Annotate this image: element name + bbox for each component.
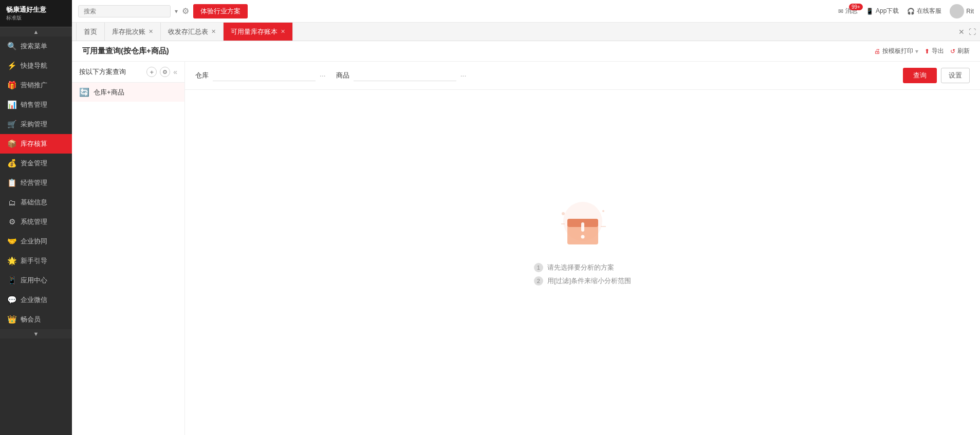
tab-stock-summary-close[interactable]: ✕	[211, 28, 216, 35]
main-area: ▾ ⚙ 体验行业方案 ✉ 消息 99+ 📱 App下载 🎧 在线客服 Rit	[72, 0, 980, 435]
operations-icon: 📋	[7, 178, 16, 187]
marketing-icon: 🎁	[7, 81, 16, 90]
scheme-icon: 🔄	[79, 87, 89, 97]
sidebar-item-wechat[interactable]: 💬 企业微信	[0, 290, 72, 310]
tab-home-label: 首页	[84, 27, 97, 36]
warehouse-filter-dots[interactable]: ···	[320, 71, 326, 80]
sidebar-item-label: 快捷导航	[21, 61, 47, 70]
dropdown-icon[interactable]: ▾	[175, 8, 178, 15]
sidebar-item-inventory[interactable]: 📦 库存核算	[0, 134, 72, 154]
goods-filter-input[interactable]	[354, 70, 456, 81]
sidebar-item-member[interactable]: 👑 畅会员	[0, 310, 72, 329]
svg-rect-3	[581, 222, 584, 232]
sidebar-item-label: 经营管理	[21, 178, 47, 187]
print-label: 按模板打印	[882, 47, 913, 55]
scheme-item-warehouse-goods[interactable]: 🔄 仓库+商品	[72, 83, 184, 102]
page-header: 可用量查询(按仓库+商品) 🖨 按模板打印 ▾ ⬆ 导出 ↺ 刷新	[72, 41, 980, 62]
sidebar-item-finance[interactable]: 💰 资金管理	[0, 154, 72, 173]
sidebar-item-shortcut[interactable]: ⚡ 快捷导航	[0, 56, 72, 75]
sidebar-item-label: 应用中心	[21, 276, 47, 285]
left-panel-header: 按以下方案查询 + ⚙ «	[72, 62, 184, 83]
inventory-icon: 📦	[7, 139, 16, 148]
sidebar-item-label: 销售管理	[21, 100, 47, 109]
user-name: Rit	[966, 8, 974, 15]
message-btn[interactable]: ✉ 消息 99+	[838, 7, 858, 15]
wechat-icon: 💬	[7, 295, 16, 305]
tabs-bar: 首页 库存批次账 ✕ 收发存汇总表 ✕ 可用量库存账本 ✕ ✕ ⛶	[72, 23, 980, 41]
sidebar-scroll-down[interactable]: ▼	[0, 329, 72, 338]
filter-actions: 查询 设置	[903, 68, 970, 83]
hint-item-1: 1 请先选择要分析的方案	[534, 263, 631, 272]
tab-stock-summary-label: 收发存汇总表	[168, 27, 208, 36]
basic-icon: 🗂	[7, 198, 16, 207]
app-download-label: App下载	[876, 7, 899, 15]
newbie-icon: 🌟	[7, 256, 16, 266]
user-avatar-btn[interactable]: Rit	[950, 4, 974, 18]
sidebar-item-appstore[interactable]: 📱 应用中心	[0, 271, 72, 290]
export-btn[interactable]: ⬆ 导出	[924, 47, 944, 55]
sidebar-item-search[interactable]: 🔍 搜索菜单	[0, 36, 72, 56]
purchase-icon: 🛒	[7, 120, 16, 129]
sidebar-item-purchase[interactable]: 🛒 采购管理	[0, 115, 72, 134]
sidebar-item-basic[interactable]: 🗂 基础信息	[0, 193, 72, 212]
finance-icon: 💰	[7, 159, 16, 168]
collapse-panel-icon[interactable]: «	[173, 68, 177, 76]
empty-state: 1 请先选择要分析的方案 2 用[过滤]条件来缩小分析范围	[185, 90, 980, 435]
add-scheme-btn[interactable]: +	[146, 67, 157, 77]
sidebar-item-operations[interactable]: 📋 经营管理	[0, 173, 72, 193]
message-badge: 99+	[849, 4, 863, 10]
system-icon: ⚙	[7, 217, 16, 226]
sidebar-item-system[interactable]: ⚙ 系统管理	[0, 212, 72, 232]
goods-filter-dots[interactable]: ···	[460, 71, 467, 80]
sidebar-item-marketing[interactable]: 🎁 营销推广	[0, 75, 72, 95]
topbar: ▾ ⚙ 体验行业方案 ✉ 消息 99+ 📱 App下载 🎧 在线客服 Rit	[72, 0, 980, 23]
print-template-btn[interactable]: 🖨 按模板打印 ▾	[874, 47, 918, 55]
settings-btn[interactable]: 设置	[941, 68, 970, 83]
sidebar-item-label: 新手引导	[21, 256, 47, 266]
industry-btn[interactable]: 体验行业方案	[193, 4, 248, 18]
app-name: 畅康通好生意	[6, 5, 66, 14]
topbar-right: ✉ 消息 99+ 📱 App下载 🎧 在线客服 Rit	[838, 4, 974, 18]
gear-icon[interactable]: ⚙	[182, 6, 189, 16]
tab-home[interactable]: 首页	[76, 23, 105, 41]
content-area: 按以下方案查询 + ⚙ « 🔄 仓库+商品 仓库 ···	[72, 62, 980, 435]
tab-available-qty-close[interactable]: ✕	[281, 28, 285, 35]
empty-hints: 1 请先选择要分析的方案 2 用[过滤]条件来缩小分析范围	[534, 263, 631, 286]
tab-stock-summary[interactable]: 收发存汇总表 ✕	[161, 23, 224, 41]
tab-expand[interactable]: ⛶	[969, 28, 976, 36]
tab-available-qty[interactable]: 可用量库存账本 ✕	[224, 23, 293, 41]
left-panel-actions: + ⚙ «	[146, 67, 177, 77]
print-dropdown-icon[interactable]: ▾	[915, 48, 918, 55]
sales-icon: 📊	[7, 100, 16, 109]
warehouse-filter-label: 仓库	[195, 71, 209, 80]
sidebar-item-sales[interactable]: 📊 销售管理	[0, 95, 72, 115]
sidebar-item-newbie[interactable]: 🌟 新手引导	[0, 251, 72, 271]
sidebar-item-label: 系统管理	[21, 217, 47, 226]
scheme-item-label: 仓库+商品	[94, 88, 124, 97]
tab-close-all[interactable]: ✕	[958, 28, 965, 36]
query-btn[interactable]: 查询	[903, 68, 937, 83]
sidebar-item-label: 库存核算	[21, 139, 47, 148]
search-input[interactable]	[78, 5, 171, 17]
sidebar: 畅康通好生意 标准版 ▲ 🔍 搜索菜单 ⚡ 快捷导航 🎁 营销推广 📊 销售管理…	[0, 0, 72, 435]
search-icon: 🔍	[7, 42, 16, 51]
sidebar-item-label: 畅会员	[21, 315, 41, 324]
tab-batch-account[interactable]: 库存批次账 ✕	[105, 23, 161, 41]
sidebar-logo: 畅康通好生意 标准版	[0, 0, 72, 27]
refresh-label: 刷新	[957, 47, 970, 55]
filter-goods-group: 商品 ···	[336, 70, 467, 81]
hint-num-1: 1	[534, 263, 543, 272]
right-panel: 仓库 ··· 商品 ··· 查询 设置	[185, 62, 980, 435]
settings-scheme-btn[interactable]: ⚙	[160, 67, 170, 77]
app-download-btn[interactable]: 📱 App下载	[866, 7, 899, 15]
warehouse-filter-input[interactable]	[213, 70, 316, 81]
tab-batch-account-close[interactable]: ✕	[149, 28, 153, 35]
refresh-btn[interactable]: ↺ 刷新	[950, 47, 970, 55]
empty-illustration	[552, 198, 614, 255]
tab-available-qty-label: 可用量库存账本	[231, 27, 278, 36]
hint-item-2: 2 用[过滤]条件来缩小分析范围	[534, 276, 631, 286]
online-service-btn[interactable]: 🎧 在线客服	[907, 7, 941, 15]
sidebar-scroll-up[interactable]: ▲	[0, 27, 72, 36]
svg-point-6	[602, 210, 604, 212]
sidebar-item-enterprise[interactable]: 🤝 企业协同	[0, 232, 72, 251]
